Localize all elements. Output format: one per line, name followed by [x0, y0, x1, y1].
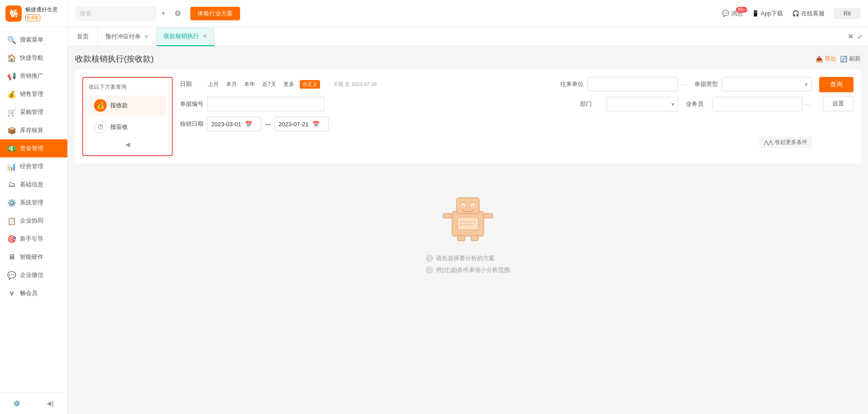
topbar-arrow[interactable]: ▾	[162, 10, 165, 17]
filter-fields-section: 日期 上月 本月 本年 近7天 更多 自定义	[180, 77, 812, 148]
tab-home[interactable]: 首页	[68, 27, 98, 46]
date-last-month-btn[interactable]: 上月	[206, 80, 221, 89]
sidebar-item-marketing[interactable]: 📢 营销推广	[0, 67, 67, 85]
sidebar-collapse-btn[interactable]: ◀‖	[43, 396, 58, 410]
date-this-month-btn[interactable]: 本月	[224, 80, 239, 89]
industry-btn[interactable]: 体验行业方案	[190, 7, 240, 20]
svg-rect-1	[457, 198, 479, 214]
sidebar-nav: 🔍 搜索菜单 🏠 快捷导航 📢 营销推广 💰 销售管理 🛒 采购管理 📦 库存核…	[0, 27, 67, 392]
filter-by-receivable[interactable]: ⏱ 按应收	[89, 117, 166, 137]
sidebar-settings-btn[interactable]: ⚙️	[9, 396, 24, 410]
collapse-more-btn[interactable]: ⋀⋀ 收起更多条件	[760, 137, 812, 148]
svg-rect-6	[458, 235, 465, 241]
refresh-btn[interactable]: 🔄 刷新	[840, 55, 861, 63]
counterparty-more-btn[interactable]: ···	[679, 81, 687, 88]
inventory-icon: 📦	[7, 126, 16, 135]
filter-panel-collapse-btn[interactable]: ◀	[89, 139, 166, 150]
phone-icon: 📱	[752, 10, 759, 17]
topbar-app-btn[interactable]: 📱 App下载	[752, 10, 783, 18]
export-btn[interactable]: 📤 导出	[816, 55, 836, 63]
date-sub-text: 不限 至 2023-07-26	[334, 81, 377, 88]
filter-doctype-field: 单据类型 ▾	[694, 77, 812, 91]
filter-row-1: 日期 上月 本月 本年 近7天 更多 自定义	[180, 77, 812, 91]
dept-select[interactable]: ▾	[606, 97, 679, 111]
wechat-icon: 💬	[7, 271, 16, 280]
sidebar-item-operations[interactable]: 📊 经营管理	[0, 157, 67, 176]
page-actions: 📤 导出 🔄 刷新	[816, 55, 861, 63]
sidebar-item-newbie[interactable]: 🎯 新手引导	[0, 230, 67, 248]
sidebar-label-finance: 资金管理	[20, 144, 43, 152]
writeoff-end-date-text: 2023-07-21	[278, 121, 309, 128]
service-label: 在线客服	[801, 10, 825, 18]
step2-num: 2	[426, 266, 433, 274]
filter-by-receipt[interactable]: 💰 按收款	[89, 95, 166, 115]
tab-collection-close[interactable]: ✕	[203, 33, 207, 39]
date-7days-btn[interactable]: 近7天	[260, 80, 278, 89]
home-icon: 🏠	[7, 53, 16, 62]
query-btn[interactable]: 查询	[819, 77, 854, 92]
writeoff-start-date-input[interactable]: 2023-03-01 📅	[207, 117, 261, 131]
collapse-more-section: ⋀⋀ 收起更多条件	[180, 137, 812, 148]
tab-collection[interactable]: 收款核销执行 ✕	[156, 27, 215, 46]
main-area: 搜索 ▾ ⚙ 体验行业方案 💬 消息 99+ 📱 App下载 🎧 在线客服 Ri…	[68, 0, 868, 414]
refresh-icon: 🔄	[840, 56, 847, 62]
tab-prepay-close[interactable]: ✕	[144, 33, 149, 40]
sidebar-item-finance[interactable]: 💵 资金管理	[0, 139, 67, 157]
empty-tip2: 用[过滤]条件来缩小分析范围	[436, 264, 509, 276]
msg-icon: 💬	[722, 10, 729, 17]
page-title: 收款核销执行(按收款)	[75, 53, 154, 64]
date-custom-btn[interactable]: 自定义	[300, 80, 320, 89]
sidebar-item-purchase[interactable]: 🛒 采购管理	[0, 103, 67, 121]
sidebar-label-newbie: 新手引导	[20, 235, 43, 243]
chevron-down-icon: ▾	[805, 81, 808, 88]
topbar-gear-btn[interactable]: ⚙	[170, 6, 185, 21]
tabbar-expand-btn[interactable]: ⤢	[857, 33, 863, 40]
staff-input[interactable]	[712, 97, 802, 111]
sidebar-item-inventory[interactable]: 📦 库存核算	[0, 121, 67, 139]
sidebar-item-member[interactable]: V 畅会员	[0, 284, 67, 302]
setting-btn[interactable]: 设置	[823, 96, 854, 111]
docno-label: 单据编号	[180, 100, 203, 108]
counterparty-input[interactable]	[587, 77, 678, 91]
finance-icon: 💵	[7, 144, 16, 153]
empty-step-1: 1 请先选择要分析的方案	[426, 252, 509, 264]
topbar-msg-btn[interactable]: 💬 消息 99+	[722, 10, 743, 18]
cooperation-icon: 📋	[7, 216, 16, 225]
headset-icon: 🎧	[792, 10, 799, 17]
empty-step-2: 2 用[过滤]条件来缩小分析范围	[426, 264, 509, 276]
sidebar-item-search[interactable]: 🔍 搜索菜单	[0, 31, 67, 49]
sidebar-item-cooperation[interactable]: 📋 企业协同	[0, 212, 67, 230]
purchase-icon: 🛒	[7, 108, 16, 117]
sidebar-label-quick-nav: 快捷导航	[20, 54, 43, 62]
msg-badge: 99+	[736, 7, 747, 13]
writeoff-start-date-text: 2023-03-01	[211, 121, 241, 128]
sidebar-item-basic-info[interactable]: 🗂 基础信息	[0, 176, 67, 194]
calendar-start-icon: 📅	[245, 121, 252, 128]
svg-point-5	[472, 205, 473, 207]
topbar-user-avatar[interactable]: Rit	[834, 8, 861, 19]
docno-input[interactable]	[207, 97, 325, 111]
system-icon: ⚙️	[7, 198, 16, 207]
filter-date-field: 日期 上月 本月 本年 近7天 更多 自定义	[180, 80, 325, 89]
tab-prepay[interactable]: 预付冲应付单 ✕	[98, 27, 156, 46]
filter-writeoff-date-field: 核销日期 2023-03-01 📅 — 2023-07-21	[180, 117, 329, 131]
step1-num: 1	[426, 255, 433, 262]
sidebar-item-smart-hw[interactable]: 🖥 智能硬件	[0, 248, 67, 266]
marketing-icon: 📢	[7, 71, 16, 81]
sidebar-bottom: ⚙️ ◀‖	[0, 392, 67, 414]
writeoff-end-date-input[interactable]: 2023-07-21 📅	[274, 117, 329, 131]
receivable-icon: ⏱	[94, 121, 107, 133]
sidebar-item-quick-nav[interactable]: 🏠 快捷导航	[0, 49, 67, 67]
topbar-search[interactable]: 搜索	[75, 6, 156, 21]
date-more-btn[interactable]: 更多	[282, 80, 296, 89]
sidebar-label-system: 系统管理	[20, 199, 43, 207]
filter-receipt-label: 按收款	[110, 101, 128, 109]
sidebar-item-sales[interactable]: 💰 销售管理	[0, 85, 67, 103]
tabbar-close-all-btn[interactable]: ✕	[848, 32, 854, 41]
date-this-year-btn[interactable]: 本年	[242, 80, 257, 89]
topbar-service-btn[interactable]: 🎧 在线客服	[792, 10, 825, 18]
staff-more-btn[interactable]: ···	[804, 101, 812, 108]
sidebar-item-wechat[interactable]: 💬 企业微信	[0, 266, 67, 284]
doctype-select[interactable]: ▾	[722, 77, 812, 91]
sidebar-item-system[interactable]: ⚙️ 系统管理	[0, 194, 67, 212]
